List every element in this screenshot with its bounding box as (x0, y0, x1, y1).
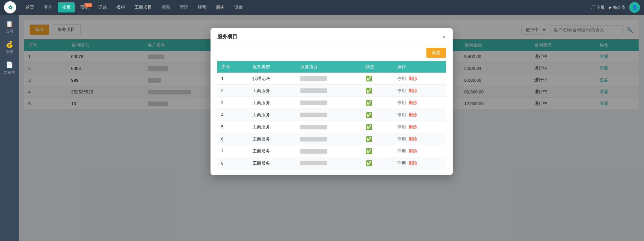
delete-button[interactable]: 删除 (409, 124, 417, 129)
modal-type-cell: 工商服务 (249, 85, 296, 97)
modal-action-cell[interactable]: 停用删除 (393, 133, 446, 145)
modal-action-cell[interactable]: 停用删除 (393, 109, 446, 121)
nav-item-首页[interactable]: 首页 (22, 2, 38, 12)
modal-status-cell: ✅ (362, 73, 393, 85)
modal-toolbar: 新建 (211, 44, 453, 61)
modal-item-cell: ████ (296, 85, 362, 97)
modal-action-cell[interactable]: 停用删除 (393, 121, 446, 133)
nav-item-票据[interactable]: 票据new (76, 2, 93, 12)
sidebar: 📋合同💰收费📄对账单 (0, 15, 19, 241)
stop-button[interactable]: 停用 (397, 88, 406, 93)
modal-table-row: 3工商服务████✅停用删除 (217, 97, 446, 109)
stop-button[interactable]: 停用 (397, 76, 406, 81)
modal-type-cell: 工商服务 (249, 97, 296, 109)
delete-button[interactable]: 删除 (409, 136, 417, 142)
nav-item-经营[interactable]: 经营 (194, 2, 211, 12)
modal-item-cell: ████ 1 (296, 73, 362, 85)
status-check-icon: ✅ (366, 112, 372, 118)
modal-action-cell[interactable]: 停用删除 (393, 85, 446, 97)
delete-button[interactable]: 删除 (409, 112, 417, 117)
sidebar-label: 合同 (6, 29, 13, 34)
stop-button[interactable]: 停用 (397, 124, 406, 129)
nav-item-客户[interactable]: 客户 (40, 2, 56, 12)
modal-table-row: 5工商服务████✅停用删除 (217, 121, 446, 133)
modal-action-cell[interactable]: 停用删除 (393, 145, 446, 157)
modal-type-cell: 工商服务 (249, 109, 296, 121)
nav-item-消息[interactable]: 消息 (157, 2, 174, 12)
nav-right: ⛶ 全屏 ▶ 畅会员 👤 (591, 2, 640, 13)
modal-item-cell: ████ (296, 121, 362, 133)
sidebar-icon: 📋 (6, 20, 13, 28)
sidebar-item-收费[interactable]: 💰收费 (1, 38, 17, 57)
modal-status-cell: ✅ (362, 145, 393, 157)
modal-title: 服务项目 (217, 34, 237, 40)
modal-action-cell[interactable]: 停用删除 (393, 73, 446, 85)
status-check-icon: ✅ (366, 76, 372, 81)
modal-body: 序号服务类型服务项目状态操作 1代理记账████ 1✅停用删除2工商服务████… (211, 61, 453, 175)
modal-item-cell: ████ (296, 109, 362, 121)
modal-col-header: 服务项目 (296, 61, 362, 73)
stop-button[interactable]: 停用 (397, 161, 406, 166)
modal-item-cell: ████████ (296, 133, 362, 145)
delete-button[interactable]: 删除 (409, 76, 417, 81)
modal-new-button[interactable]: 新建 (426, 48, 446, 58)
delete-button[interactable]: 删除 (409, 100, 417, 105)
modal-item-cell: ████ (296, 145, 362, 157)
main-layout: 📋合同💰收费📄对账单 新增 服务项目 进行中全部已完成已终止 🔍 序号合同编码客… (0, 15, 644, 241)
status-check-icon: ✅ (366, 124, 372, 130)
nav-badge: new (84, 3, 92, 7)
modal-type-cell: 代理记账 (249, 73, 296, 85)
member-btn[interactable]: ▶ 畅会员 (609, 5, 625, 10)
modal-table-row: 6工商服务████████✅停用删除 (217, 133, 446, 145)
fullscreen-btn[interactable]: ⛶ 全屏 (591, 5, 605, 10)
delete-button[interactable]: 删除 (409, 161, 417, 166)
nav-item-管理[interactable]: 管理 (176, 2, 192, 12)
modal-header: 服务项目 × (211, 28, 453, 44)
modal-seq-cell: 7 (217, 145, 249, 157)
content-area: 新增 服务项目 进行中全部已完成已终止 🔍 序号合同编码客户名称服务项目▾服务期… (19, 15, 644, 241)
nav-item-报税[interactable]: 报税 (112, 2, 129, 12)
modal-table-row: 1代理记账████ 1✅停用删除 (217, 73, 446, 85)
status-check-icon: ✅ (366, 148, 372, 154)
modal-table-row: 4工商服务████✅停用删除 (217, 109, 446, 121)
modal-seq-cell: 6 (217, 133, 249, 145)
modal-type-cell: 工商服务 (249, 121, 296, 133)
status-check-icon: ✅ (366, 100, 372, 106)
nav-items: 首页客户收费票据new记账报税工商项目消息管理经营服务设置 (22, 2, 591, 12)
stop-button[interactable]: 停用 (397, 136, 406, 142)
stop-button[interactable]: 停用 (397, 100, 406, 105)
sidebar-item-合同[interactable]: 📋合同 (1, 17, 17, 37)
modal-seq-cell: 8 (217, 157, 249, 169)
modal-item-cell: ████ (296, 97, 362, 109)
sidebar-item-对账单[interactable]: 📄对账单 (1, 58, 17, 78)
stop-button[interactable]: 停用 (397, 149, 406, 154)
modal-action-cell[interactable]: 停用删除 (393, 97, 446, 109)
modal-status-cell: ✅ (362, 109, 393, 121)
nav-item-收费[interactable]: 收费 (58, 2, 75, 12)
service-table: 序号服务类型服务项目状态操作 1代理记账████ 1✅停用删除2工商服务████… (217, 61, 446, 169)
modal-action-cell[interactable]: 停用删除 (393, 157, 446, 169)
nav-item-服务[interactable]: 服务 (212, 2, 229, 12)
modal-table-row: 8工商服务████ 注册✅停用删除 (217, 157, 446, 169)
modal-status-cell: ✅ (362, 97, 393, 109)
nav-item-记账[interactable]: 记账 (94, 2, 111, 12)
delete-button[interactable]: 删除 (409, 149, 417, 154)
sidebar-label: 收费 (6, 49, 13, 54)
modal-type-cell: 工商服务 (249, 157, 296, 169)
modal-seq-cell: 3 (217, 97, 249, 109)
sidebar-icon: 💰 (6, 41, 13, 48)
service-modal: 服务项目 × 新建 序号服务类型服务项目状态操作 1代理记账████ 1✅停用删… (211, 28, 453, 175)
stop-button[interactable]: 停用 (397, 112, 406, 117)
sidebar-icon: 📄 (6, 61, 13, 69)
status-check-icon: ✅ (366, 88, 372, 93)
logo: ✿ (4, 1, 16, 13)
modal-table-row: 7工商服务████✅停用删除 (217, 145, 446, 157)
modal-type-cell: 工商服务 (249, 145, 296, 157)
delete-button[interactable]: 删除 (409, 88, 417, 93)
user-avatar[interactable]: 👤 (629, 2, 640, 13)
modal-close-button[interactable]: × (442, 34, 446, 40)
nav-item-设置[interactable]: 设置 (230, 2, 247, 12)
nav-item-工商项目[interactable]: 工商项目 (130, 2, 156, 12)
sidebar-label: 对账单 (4, 70, 15, 75)
modal-col-header: 操作 (393, 61, 446, 73)
